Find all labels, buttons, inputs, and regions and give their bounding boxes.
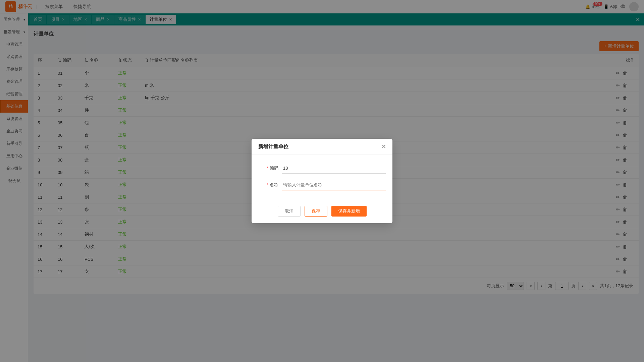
- form-row-code: * 编码: [258, 163, 386, 174]
- code-input[interactable]: [282, 163, 386, 174]
- dialog-body: * 编码 * 名称: [252, 155, 392, 202]
- name-input[interactable]: [282, 180, 386, 190]
- code-label: * 编码: [258, 165, 278, 171]
- save-button[interactable]: 保存: [305, 206, 327, 217]
- cancel-button[interactable]: 取消: [278, 206, 301, 217]
- name-label: * 名称: [258, 182, 278, 188]
- modal-overlay: 新增计量单位 ✕ * 编码 * 名称 取消 保存 保存并新增: [0, 0, 644, 362]
- dialog-title: 新增计量单位: [258, 143, 288, 150]
- dialog-header: 新增计量单位 ✕: [252, 139, 392, 155]
- dialog-close-btn[interactable]: ✕: [381, 143, 386, 150]
- dialog-footer: 取消 保存 保存并新增: [252, 202, 392, 223]
- form-row-name: * 名称: [258, 180, 386, 190]
- save-new-button[interactable]: 保存并新增: [331, 206, 367, 217]
- add-unit-dialog: 新增计量单位 ✕ * 编码 * 名称 取消 保存 保存并新增: [252, 139, 392, 223]
